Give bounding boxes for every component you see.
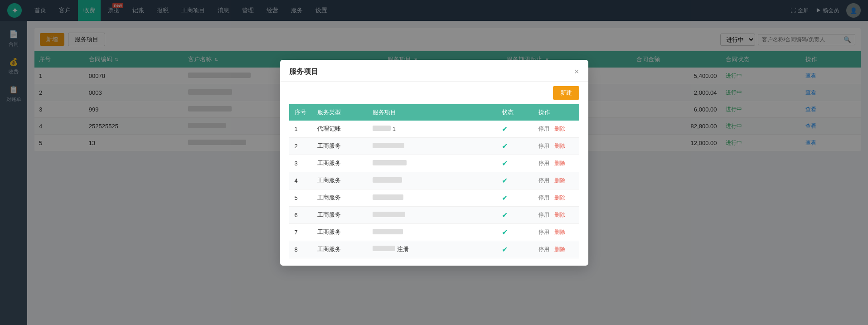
modal-cell-num: 6 — [289, 206, 312, 223]
modal-row-7: 8 工商服务 注册 ✔ 停用 删除 — [289, 241, 579, 258]
modal-close-button[interactable]: × — [574, 68, 579, 76]
modal-cell-actions: 停用 删除 — [533, 172, 579, 189]
modal-cell-num: 4 — [289, 172, 312, 189]
modal-cell-item: 注册 — [367, 241, 496, 258]
modal-cell-item — [367, 206, 496, 223]
modal-th-type: 服务类型 — [312, 104, 367, 121]
modal-cell-num: 8 — [289, 241, 312, 258]
modal-cell-status: ✔ — [496, 241, 533, 258]
modal-cell-type: 代理记账 — [312, 121, 367, 138]
modal-cell-type: 工商服务 — [312, 223, 367, 241]
modal-cell-type: 工商服务 — [312, 172, 367, 189]
modal-cell-type: 工商服务 — [312, 241, 367, 258]
modal-cell-actions: 停用 删除 — [533, 206, 579, 223]
modal-cell-actions: 停用 删除 — [533, 241, 579, 258]
modal-cell-num: 2 — [289, 137, 312, 155]
modal-cell-num: 3 — [289, 155, 312, 172]
modal-cell-actions: 停用 删除 — [533, 121, 579, 138]
modal-th-action: 操作 — [533, 104, 579, 121]
stop-action[interactable]: 停用 — [538, 212, 549, 218]
stop-action[interactable]: 停用 — [538, 229, 549, 235]
modal-title: 服务项目 — [289, 67, 318, 77]
delete-action[interactable]: 删除 — [554, 160, 565, 166]
modal-cell-type: 工商服务 — [312, 137, 367, 155]
stop-action[interactable]: 停用 — [538, 160, 549, 166]
delete-action[interactable]: 删除 — [554, 212, 565, 218]
modal-cell-item — [367, 172, 496, 189]
delete-action[interactable]: 删除 — [554, 143, 565, 149]
stop-action[interactable]: 停用 — [538, 143, 549, 149]
stop-action[interactable]: 停用 — [538, 246, 549, 252]
delete-action[interactable]: 删除 — [554, 229, 565, 235]
modal-row-3: 4 工商服务 ✔ 停用 删除 — [289, 172, 579, 189]
modal-cell-status: ✔ — [496, 189, 533, 206]
modal-new-button[interactable]: 新建 — [553, 86, 579, 100]
modal-th-status: 状态 — [496, 104, 533, 121]
modal-row-1: 2 工商服务 ✔ 停用 删除 — [289, 137, 579, 155]
service-item-table: 序号 服务类型 服务项目 状态 操作 1 代理记账 1 ✔ 停用 删除 2 工商… — [289, 104, 579, 258]
stop-action[interactable]: 停用 — [538, 194, 549, 201]
delete-action[interactable]: 删除 — [554, 194, 565, 201]
modal-cell-type: 工商服务 — [312, 155, 367, 172]
modal-toolbar: 新建 — [280, 82, 588, 104]
stop-action[interactable]: 停用 — [538, 177, 549, 184]
modal-cell-item — [367, 189, 496, 206]
modal-cell-actions: 停用 删除 — [533, 155, 579, 172]
stop-action[interactable]: 停用 — [538, 126, 549, 132]
modal-cell-status: ✔ — [496, 137, 533, 155]
modal-cell-status: ✔ — [496, 223, 533, 241]
modal-row-0: 1 代理记账 1 ✔ 停用 删除 — [289, 121, 579, 138]
modal-cell-num: 1 — [289, 121, 312, 138]
modal-cell-status: ✔ — [496, 172, 533, 189]
delete-action[interactable]: 删除 — [554, 246, 565, 252]
modal-row-4: 5 工商服务 ✔ 停用 删除 — [289, 189, 579, 206]
modal-cell-actions: 停用 删除 — [533, 189, 579, 206]
modal-cell-item — [367, 223, 496, 241]
delete-action[interactable]: 删除 — [554, 126, 565, 132]
modal-cell-item — [367, 137, 496, 155]
modal-row-6: 7 工商服务 ✔ 停用 删除 — [289, 223, 579, 241]
modal-cell-item: 1 — [367, 121, 496, 138]
modal-row-2: 3 工商服务 ✔ 停用 删除 — [289, 155, 579, 172]
modal-th-num: 序号 — [289, 104, 312, 121]
modal-row-5: 6 工商服务 ✔ 停用 删除 — [289, 206, 579, 223]
modal-cell-status: ✔ — [496, 121, 533, 138]
modal-cell-num: 7 — [289, 223, 312, 241]
modal-cell-actions: 停用 删除 — [533, 223, 579, 241]
modal-cell-actions: 停用 删除 — [533, 137, 579, 155]
modal-th-item: 服务项目 — [367, 104, 496, 121]
modal-overlay[interactable]: 服务项目 × 新建 序号 服务类型 服务项目 状态 操作 1 代理记账 — [0, 0, 868, 325]
modal-cell-status: ✔ — [496, 206, 533, 223]
modal-header: 服务项目 × — [280, 60, 588, 82]
modal-cell-item — [367, 155, 496, 172]
modal-body: 序号 服务类型 服务项目 状态 操作 1 代理记账 1 ✔ 停用 删除 2 工商… — [280, 104, 588, 266]
modal-cell-num: 5 — [289, 189, 312, 206]
modal-cell-status: ✔ — [496, 155, 533, 172]
delete-action[interactable]: 删除 — [554, 177, 565, 184]
modal-cell-type: 工商服务 — [312, 189, 367, 206]
modal-cell-type: 工商服务 — [312, 206, 367, 223]
service-item-modal: 服务项目 × 新建 序号 服务类型 服务项目 状态 操作 1 代理记账 — [280, 60, 588, 266]
